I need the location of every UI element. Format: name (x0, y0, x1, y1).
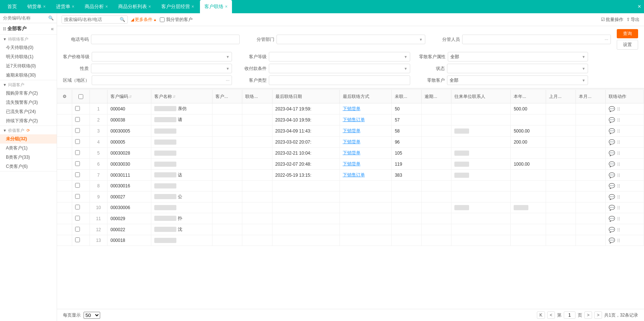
grid-action-icon-10[interactable]: ⁝⁝ (617, 216, 620, 222)
td-checkbox-0[interactable] (72, 103, 90, 114)
td-checkbox-3[interactable] (72, 137, 90, 148)
td-checkbox-6[interactable] (72, 170, 90, 181)
window-close-icon[interactable]: × (638, 3, 641, 10)
sidebar-item-class-a[interactable]: A类客户(1) (0, 144, 57, 153)
td-checkbox-11[interactable] (72, 224, 90, 235)
my-customers-checkbox-group[interactable]: 我分管的客户 (160, 17, 193, 23)
sidebar-item-churned[interactable]: 已流失客户(24) (0, 107, 57, 116)
filter-customer-type-input[interactable] (269, 75, 410, 85)
message-icon-8[interactable]: 💬 (609, 194, 615, 200)
my-customers-checkbox[interactable] (160, 17, 165, 22)
first-page-btn[interactable]: K (537, 311, 545, 319)
td-last-method-6[interactable]: 下销售订单 (339, 170, 392, 181)
sidebar-search-box[interactable]: 🔍 (0, 13, 57, 23)
td-checkbox-9[interactable] (72, 202, 90, 213)
td-last-method-4[interactable]: 下销货单 (339, 148, 392, 159)
sidebar-item-abnormal[interactable]: 囤购异常客户(2) (0, 89, 57, 98)
message-icon-9[interactable]: 💬 (609, 205, 615, 211)
batch-operate-btn[interactable]: ☑ 批量操作 (601, 17, 623, 23)
grid-action-icon-2[interactable]: ⁝⁝ (617, 128, 620, 134)
filter-status-input[interactable]: ▼ (447, 64, 588, 73)
sidebar-item-overdue[interactable]: 逾期未联络(30) (0, 71, 57, 80)
row-checkbox-11[interactable] (75, 227, 80, 232)
td-checkbox-2[interactable] (72, 126, 90, 137)
grid-action-icon-5[interactable]: ⁝⁝ (617, 161, 620, 167)
page-size-select[interactable]: 50 100 200 (84, 312, 100, 319)
row-checkbox-2[interactable] (75, 128, 80, 133)
name-sort-icon[interactable]: ⇵ (173, 95, 176, 99)
message-icon-10[interactable]: 💬 (609, 216, 615, 222)
message-icon-2[interactable]: 💬 (609, 128, 615, 134)
td-checkbox-10[interactable] (72, 213, 90, 224)
td-checkbox-8[interactable] (72, 191, 90, 202)
next-page-btn[interactable]: > (584, 311, 592, 319)
nav-product-analysis[interactable]: 商品分析 × (80, 0, 112, 13)
filter-dept-input[interactable]: ▼ (277, 35, 425, 44)
filter-nature-input[interactable]: ▼ (91, 64, 232, 73)
sidebar-item-churn-warning[interactable]: 流失预警客户(3) (0, 98, 57, 107)
more-conditions-btn[interactable]: ◢ 更多条件 ▲ (131, 17, 157, 23)
row-checkbox-0[interactable] (75, 106, 80, 111)
grid-action-icon-7[interactable]: ⁝⁝ (617, 183, 620, 189)
grid-action-icon-1[interactable]: ⁝⁝ (617, 117, 620, 123)
select-all-checkbox-container[interactable] (75, 94, 87, 99)
grid-action-icon-0[interactable]: ⁝⁝ (617, 106, 620, 112)
page-input[interactable] (564, 311, 576, 319)
row-checkbox-5[interactable] (75, 161, 80, 166)
select-all-checkbox[interactable] (78, 94, 83, 99)
filter-retail-attr-input[interactable]: 全部 ▼ (448, 52, 588, 61)
row-checkbox-9[interactable] (75, 205, 80, 209)
grid-action-icon-4[interactable]: ⁝⁝ (617, 150, 620, 156)
nav-customer-contact-close[interactable]: × (225, 4, 228, 9)
sidebar-item-declining[interactable]: 持续下滑客户(2) (0, 116, 57, 126)
nav-purchase[interactable]: 进货单 × (52, 0, 79, 13)
td-last-method-0[interactable]: 下销货单 (339, 103, 392, 114)
nav-home[interactable]: 首页 (3, 0, 21, 13)
row-checkbox-7[interactable] (75, 183, 80, 188)
export-btn[interactable]: ⇪ 导出 (626, 17, 640, 23)
filter-payment-input[interactable]: ▼ (269, 64, 410, 73)
sidebar-item-class-c[interactable]: C类客户(6) (0, 162, 57, 171)
message-icon-1[interactable]: 💬 (609, 117, 615, 123)
message-icon-11[interactable]: 💬 (609, 227, 615, 233)
value-refresh-icon[interactable]: ⟳ (27, 128, 30, 133)
sidebar-search-input[interactable] (3, 15, 47, 21)
sidebar-group-value-header[interactable]: ▼ 价值客户 ⟳ (0, 126, 57, 134)
sidebar-search-icon[interactable]: 🔍 (48, 15, 54, 21)
main-search-box[interactable]: 🔍 (61, 15, 128, 24)
nav-purchase-close[interactable]: × (72, 4, 74, 9)
sidebar-collapse-icon[interactable]: « (51, 26, 54, 32)
sidebar-group-problem-header[interactable]: ▼ 问题客户 (0, 80, 57, 89)
last-page-btn[interactable]: > (594, 311, 602, 319)
row-checkbox-6[interactable] (75, 172, 80, 177)
main-search-input[interactable] (64, 17, 118, 22)
sidebar-item-class-b[interactable]: B类客户(33) (0, 153, 57, 162)
filter-customer-level-input[interactable]: ▼ (269, 52, 410, 61)
td-checkbox-5[interactable] (72, 159, 90, 170)
row-checkbox-4[interactable] (75, 150, 80, 155)
td-last-method-5[interactable]: 下销货单 (339, 159, 392, 170)
query-button[interactable]: 查询 (617, 29, 638, 38)
grid-action-icon-11[interactable]: ⁝⁝ (617, 227, 620, 233)
reset-button[interactable]: 设置 (617, 40, 638, 50)
grid-action-icon-12[interactable]: ⁝⁝ (617, 237, 620, 243)
filter-retail-customer-input[interactable]: 全部 ▼ (447, 75, 588, 85)
sidebar-all-customers[interactable]: ⁝⁝ 全部客户 « (0, 23, 57, 35)
sidebar-item-today[interactable]: 今天待联络(0) (0, 43, 57, 52)
prev-page-btn[interactable]: < (547, 311, 555, 319)
grid-action-icon-8[interactable]: ⁝⁝ (617, 194, 620, 200)
message-icon-0[interactable]: 💬 (609, 106, 615, 112)
nav-product-analysis-close[interactable]: × (105, 4, 108, 9)
td-last-method-2[interactable]: 下销货单 (339, 126, 392, 137)
filter-price-level-input[interactable]: ▼ (92, 52, 232, 61)
message-icon-5[interactable]: 💬 (609, 161, 615, 167)
nav-product-list[interactable]: 商品分析列表 × (114, 0, 155, 13)
row-checkbox-8[interactable] (75, 194, 80, 199)
grid-action-icon-6[interactable]: ⁝⁝ (617, 172, 620, 178)
td-checkbox-4[interactable] (72, 148, 90, 159)
message-icon-6[interactable]: 💬 (609, 172, 615, 178)
message-icon-4[interactable]: 💬 (609, 150, 615, 156)
td-last-method-3[interactable]: 下销货单 (339, 137, 392, 148)
filter-region-input[interactable]: ··· (92, 75, 232, 85)
message-icon-3[interactable]: 💬 (609, 139, 615, 145)
